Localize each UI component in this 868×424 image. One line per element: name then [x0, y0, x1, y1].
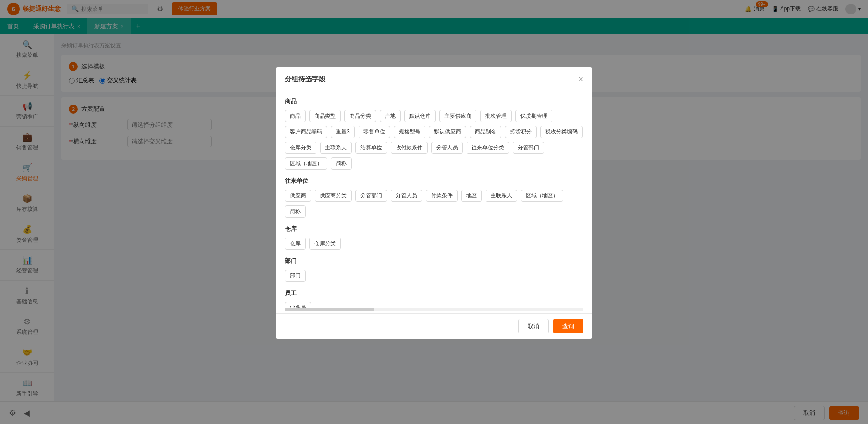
section-product: 商品 商品商品类型商品分类产地默认仓库主要供应商批次管理保质期管理客户商品编码重…	[285, 97, 583, 170]
field-tag[interactable]: 重量3	[331, 126, 355, 138]
dialog-header: 分组待选字段 ×	[276, 67, 592, 90]
field-tag[interactable]: 部门	[285, 270, 306, 282]
warehouse-fields: 仓库仓库分类	[285, 238, 583, 250]
field-tag[interactable]: 收付款条件	[391, 142, 428, 154]
cancel-button[interactable]: 取消	[518, 319, 549, 333]
field-tag[interactable]: 批次管理	[480, 110, 512, 122]
field-tag[interactable]: 保质期管理	[515, 110, 552, 122]
field-tag[interactable]: 主联系人	[486, 190, 517, 202]
field-tag[interactable]: 供应商	[285, 190, 311, 202]
section-employee: 员工 业务员	[285, 289, 583, 308]
field-tag[interactable]: 商品别名	[470, 126, 501, 138]
partner-fields: 供应商供应商分类分管部门分管人员付款条件地区主联系人区域（地区）简称	[285, 190, 583, 218]
field-tag[interactable]: 客户商品编码	[285, 126, 327, 138]
field-tag[interactable]: 默认供应商	[429, 126, 466, 138]
h-scrollbar	[285, 308, 583, 311]
department-fields: 部门	[285, 270, 583, 282]
field-tag[interactable]: 分管人员	[391, 190, 422, 202]
section-product-title: 商品	[285, 97, 583, 105]
section-warehouse-title: 仓库	[285, 225, 583, 233]
field-tag[interactable]: 区域（地区）	[521, 190, 563, 202]
field-tag[interactable]: 付款条件	[426, 190, 458, 202]
field-tag[interactable]: 供应商分类	[315, 190, 352, 202]
dialog-close-button[interactable]: ×	[578, 75, 583, 84]
field-tag[interactable]: 商品类型	[309, 110, 341, 122]
field-tag[interactable]: 地区	[461, 190, 482, 202]
product-fields: 商品商品类型商品分类产地默认仓库主要供应商批次管理保质期管理客户商品编码重量3零…	[285, 110, 583, 170]
field-tag[interactable]: 商品	[285, 110, 306, 122]
section-partner: 往来单位 供应商供应商分类分管部门分管人员付款条件地区主联系人区域（地区）简称	[285, 177, 583, 218]
field-tag[interactable]: 产地	[380, 110, 401, 122]
field-tag[interactable]: 默认仓库	[404, 110, 436, 122]
field-tag[interactable]: 分管人员	[431, 142, 463, 154]
field-tag[interactable]: 税收分类编码	[540, 126, 583, 138]
field-tag[interactable]: 业务员	[285, 302, 311, 308]
confirm-button[interactable]: 查询	[553, 319, 583, 333]
field-tag[interactable]: 零售单位	[359, 126, 390, 138]
field-tag[interactable]: 分管部门	[355, 190, 387, 202]
dialog-title: 分组待选字段	[285, 75, 326, 84]
field-tag[interactable]: 拣货积分	[505, 126, 537, 138]
field-tag[interactable]: 往来单位分类	[467, 142, 509, 154]
field-tag[interactable]: 分管部门	[513, 142, 544, 154]
dialog-body: 商品 商品商品类型商品分类产地默认仓库主要供应商批次管理保质期管理客户商品编码重…	[276, 90, 592, 308]
section-employee-title: 员工	[285, 289, 583, 297]
field-tag[interactable]: 主联系人	[320, 142, 352, 154]
field-tag[interactable]: 商品分类	[344, 110, 376, 122]
field-tag[interactable]: 规格型号	[394, 126, 425, 138]
section-partner-title: 往来单位	[285, 177, 583, 185]
field-tag[interactable]: 仓库分类	[285, 142, 316, 154]
field-tag[interactable]: 区域（地区）	[285, 157, 327, 170]
dialog-overlay: 分组待选字段 × 商品 商品商品类型商品分类产地默认仓库主要供应商批次管理保质期…	[0, 0, 868, 424]
section-department: 部门 部门	[285, 257, 583, 282]
section-department-title: 部门	[285, 257, 583, 265]
dialog-footer: 取消 查询	[276, 313, 592, 339]
field-tag[interactable]: 主要供应商	[439, 110, 476, 122]
field-tag[interactable]: 结算单位	[355, 142, 387, 154]
section-warehouse: 仓库 仓库仓库分类	[285, 225, 583, 250]
field-tag[interactable]: 简称	[285, 205, 306, 218]
employee-fields: 业务员	[285, 302, 583, 308]
field-tag[interactable]: 简称	[331, 157, 352, 170]
field-select-dialog: 分组待选字段 × 商品 商品商品类型商品分类产地默认仓库主要供应商批次管理保质期…	[276, 67, 592, 339]
h-scrollbar-thumb	[285, 308, 374, 311]
field-tag[interactable]: 仓库	[285, 238, 306, 250]
h-scrollbar-area[interactable]	[276, 308, 592, 313]
field-tag[interactable]: 仓库分类	[309, 238, 341, 250]
